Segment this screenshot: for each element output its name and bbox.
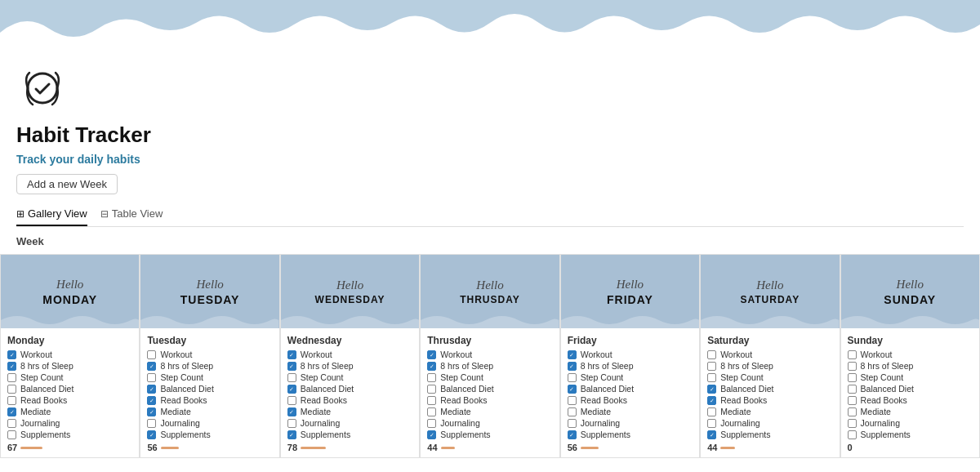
habit-item-tuesday-3[interactable]: Balanced Diet [147,384,272,394]
habit-item-thursday-3[interactable]: Balanced Diet [427,384,552,394]
habit-item-wednesday-1[interactable]: 8 hrs of Sleep [287,361,412,371]
habit-item-thursday-6[interactable]: Journaling [427,418,552,428]
habit-checkbox-tuesday-3[interactable] [147,385,156,394]
habit-checkbox-tuesday-7[interactable] [147,430,156,439]
habit-checkbox-friday-5[interactable] [568,407,577,416]
habit-checkbox-wednesday-0[interactable] [287,350,296,359]
habit-item-sunday-7[interactable]: Supplements [848,430,973,439]
habit-item-thursday-7[interactable]: Supplements [427,430,552,439]
habit-item-wednesday-6[interactable]: Journaling [287,418,412,428]
habit-item-monday-3[interactable]: Balanced Diet [7,384,132,394]
habit-item-friday-4[interactable]: Read Books [568,395,693,405]
habit-checkbox-saturday-1[interactable] [707,362,716,371]
habit-checkbox-friday-6[interactable] [568,419,577,428]
habit-checkbox-sunday-0[interactable] [848,350,857,359]
habit-item-sunday-1[interactable]: 8 hrs of Sleep [848,361,973,371]
add-week-button[interactable]: Add a new Week [16,174,118,194]
habit-checkbox-friday-7[interactable] [568,430,577,439]
habit-checkbox-monday-4[interactable] [7,396,16,405]
habit-item-friday-3[interactable]: Balanced Diet [568,384,693,394]
habit-checkbox-saturday-0[interactable] [707,350,716,359]
habit-item-tuesday-5[interactable]: Mediate [147,407,272,416]
habit-checkbox-friday-1[interactable] [568,362,577,371]
habit-checkbox-wednesday-4[interactable] [287,396,296,405]
habit-item-sunday-6[interactable]: Journaling [848,418,973,428]
habit-checkbox-saturday-4[interactable] [707,396,716,405]
habit-checkbox-friday-4[interactable] [568,396,577,405]
habit-item-friday-2[interactable]: Step Count [568,372,693,382]
habit-checkbox-sunday-5[interactable] [848,407,857,416]
habit-item-tuesday-1[interactable]: 8 hrs of Sleep [147,361,272,371]
habit-item-monday-6[interactable]: Journaling [7,418,132,428]
habit-checkbox-sunday-6[interactable] [848,419,857,428]
habit-item-friday-5[interactable]: Mediate [568,407,693,416]
habit-item-sunday-4[interactable]: Read Books [848,395,973,405]
habit-item-thursday-5[interactable]: Mediate [427,407,552,416]
habit-item-saturday-4[interactable]: Read Books [707,395,832,405]
habit-item-monday-1[interactable]: 8 hrs of Sleep [7,361,132,371]
habit-checkbox-thursday-6[interactable] [427,419,436,428]
habit-checkbox-monday-3[interactable] [7,385,16,394]
habit-item-monday-5[interactable]: Mediate [7,407,132,416]
habit-checkbox-tuesday-2[interactable] [147,373,156,382]
habit-item-saturday-5[interactable]: Mediate [707,407,832,416]
habit-checkbox-saturday-3[interactable] [707,385,716,394]
habit-checkbox-saturday-6[interactable] [707,419,716,428]
habit-item-tuesday-0[interactable]: Workout [147,350,272,359]
habit-checkbox-tuesday-0[interactable] [147,350,156,359]
habit-item-friday-6[interactable]: Journaling [568,418,693,428]
habit-checkbox-friday-2[interactable] [568,373,577,382]
habit-checkbox-wednesday-6[interactable] [287,419,296,428]
habit-item-sunday-2[interactable]: Step Count [848,372,973,382]
habit-item-thursday-4[interactable]: Read Books [427,395,552,405]
habit-item-monday-4[interactable]: Read Books [7,395,132,405]
tab-table[interactable]: ⊟ Table View [100,203,163,226]
habit-checkbox-tuesday-1[interactable] [147,362,156,371]
tab-gallery[interactable]: ⊞ Gallery View [16,203,87,226]
habit-item-thursday-1[interactable]: 8 hrs of Sleep [427,361,552,371]
habit-checkbox-tuesday-5[interactable] [147,407,156,416]
habit-checkbox-monday-1[interactable] [7,362,16,371]
habit-item-friday-1[interactable]: 8 hrs of Sleep [568,361,693,371]
habit-item-thursday-2[interactable]: Step Count [427,372,552,382]
habit-item-monday-7[interactable]: Supplements [7,430,132,439]
habit-item-monday-2[interactable]: Step Count [7,372,132,382]
habit-checkbox-sunday-4[interactable] [848,396,857,405]
habit-checkbox-thursday-4[interactable] [427,396,436,405]
habit-item-saturday-6[interactable]: Journaling [707,418,832,428]
habit-checkbox-sunday-3[interactable] [848,385,857,394]
habit-item-saturday-7[interactable]: Supplements [707,430,832,439]
habit-checkbox-wednesday-3[interactable] [287,385,296,394]
habit-checkbox-wednesday-1[interactable] [287,362,296,371]
habit-checkbox-monday-0[interactable] [7,350,16,359]
habit-checkbox-monday-7[interactable] [7,430,16,439]
habit-item-thursday-0[interactable]: Workout [427,350,552,359]
habit-checkbox-saturday-2[interactable] [707,373,716,382]
habit-checkbox-tuesday-4[interactable] [147,396,156,405]
habit-item-wednesday-5[interactable]: Mediate [287,407,412,416]
habit-item-wednesday-7[interactable]: Supplements [287,430,412,439]
habit-checkbox-tuesday-6[interactable] [147,419,156,428]
habit-item-monday-0[interactable]: Workout [7,350,132,359]
habit-item-wednesday-4[interactable]: Read Books [287,395,412,405]
habit-item-wednesday-2[interactable]: Step Count [287,372,412,382]
habit-checkbox-thursday-3[interactable] [427,385,436,394]
habit-item-saturday-2[interactable]: Step Count [707,372,832,382]
habit-item-sunday-5[interactable]: Mediate [848,407,973,416]
habit-checkbox-sunday-2[interactable] [848,373,857,382]
habit-item-tuesday-6[interactable]: Journaling [147,418,272,428]
habit-checkbox-saturday-5[interactable] [707,407,716,416]
habit-checkbox-monday-6[interactable] [7,419,16,428]
habit-checkbox-thursday-5[interactable] [427,407,436,416]
habit-item-saturday-1[interactable]: 8 hrs of Sleep [707,361,832,371]
habit-checkbox-monday-5[interactable] [7,407,16,416]
habit-checkbox-thursday-0[interactable] [427,350,436,359]
habit-item-saturday-3[interactable]: Balanced Diet [707,384,832,394]
habit-item-friday-7[interactable]: Supplements [568,430,693,439]
habit-checkbox-wednesday-7[interactable] [287,430,296,439]
habit-checkbox-friday-3[interactable] [568,385,577,394]
habit-checkbox-wednesday-2[interactable] [287,373,296,382]
habit-item-wednesday-3[interactable]: Balanced Diet [287,384,412,394]
habit-item-saturday-0[interactable]: Workout [707,350,832,359]
habit-item-friday-0[interactable]: Workout [568,350,693,359]
